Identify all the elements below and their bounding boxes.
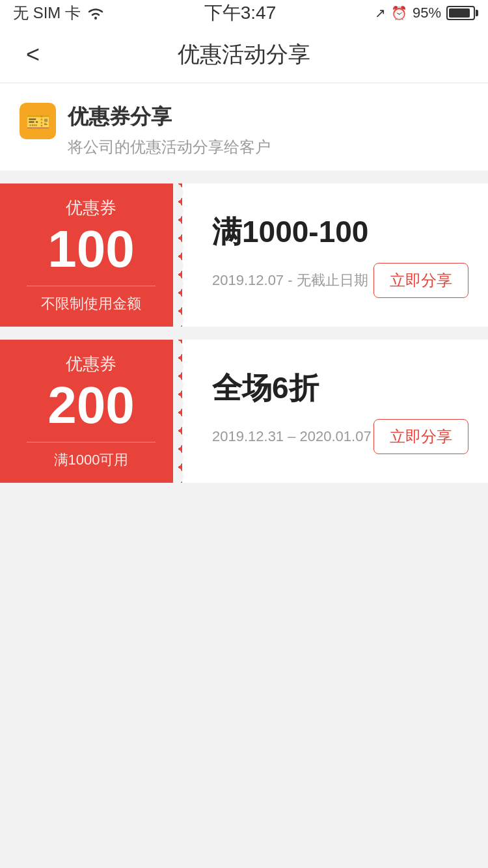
status-right: ↗ ⏰ 95% [375, 5, 475, 21]
coupon-right-1: 全场6折 2019.12.31 – 2020.01.07 立即分享 [182, 340, 488, 483]
coupon-list: 优惠券 100 不限制使用金额 满1000-100 2019.12.07 - 无… [0, 183, 488, 496]
section-icon: 🎫 [20, 103, 56, 139]
nav-bar: < 优惠活动分享 [0, 26, 488, 83]
coupon-divider-0 [27, 286, 156, 286]
coupon-share-button-1[interactable]: 立即分享 [373, 419, 468, 454]
battery-percent: 95% [413, 5, 441, 21]
coupon-card: 优惠券 100 不限制使用金额 满1000-100 2019.12.07 - 无… [0, 183, 488, 327]
section-subtitle: 将公司的优惠活动分享给客户 [68, 137, 271, 157]
coupon-right-0: 满1000-100 2019.12.07 - 无截止日期 立即分享 [182, 183, 488, 327]
wifi-icon [86, 6, 105, 20]
coupon-name-0: 满1000-100 [212, 212, 468, 252]
coupon-date-0: 2019.12.07 - 无截止日期 [212, 271, 368, 290]
page-title: 优惠活动分享 [178, 40, 310, 70]
carrier-label: 无 SIM 卡 [13, 3, 81, 23]
svg-point-0 [94, 17, 97, 20]
coupon-bottom-row-0: 2019.12.07 - 无截止日期 立即分享 [212, 263, 468, 298]
coupon-amount-0: 100 [47, 223, 134, 275]
coupon-label-0: 优惠券 [66, 197, 116, 219]
location-icon: ↗ [375, 5, 386, 21]
coupon-condition-0: 不限制使用金额 [41, 294, 141, 314]
section-title: 优惠券分享 [68, 103, 271, 131]
battery-icon [446, 6, 475, 20]
status-left: 无 SIM 卡 [13, 3, 105, 23]
status-time: 下午3:47 [204, 1, 277, 25]
coupon-left-0: 优惠券 100 不限制使用金额 [0, 183, 182, 327]
back-button[interactable]: < [20, 34, 46, 75]
coupon-condition-1: 满1000可用 [54, 450, 129, 470]
coupon-left-1: 优惠券 200 满1000可用 [0, 340, 182, 483]
coupon-label-1: 优惠券 [66, 353, 116, 375]
coupon-divider-1 [27, 442, 156, 442]
coupon-amount-1: 200 [47, 379, 134, 431]
section-text-group: 优惠券分享 将公司的优惠活动分享给客户 [68, 103, 271, 157]
coupon-name-1: 全场6折 [212, 368, 468, 409]
section-header: 🎫 优惠券分享 将公司的优惠活动分享给客户 [0, 83, 488, 170]
coupon-share-button-0[interactable]: 立即分享 [373, 263, 468, 298]
coupon-card: 优惠券 200 满1000可用 全场6折 2019.12.31 – 2020.0… [0, 340, 488, 483]
status-bar: 无 SIM 卡 下午3:47 ↗ ⏰ 95% [0, 0, 488, 26]
alarm-icon: ⏰ [391, 5, 407, 21]
coupon-date-1: 2019.12.31 – 2020.01.07 [212, 428, 372, 445]
coupon-bottom-row-1: 2019.12.31 – 2020.01.07 立即分享 [212, 419, 468, 454]
